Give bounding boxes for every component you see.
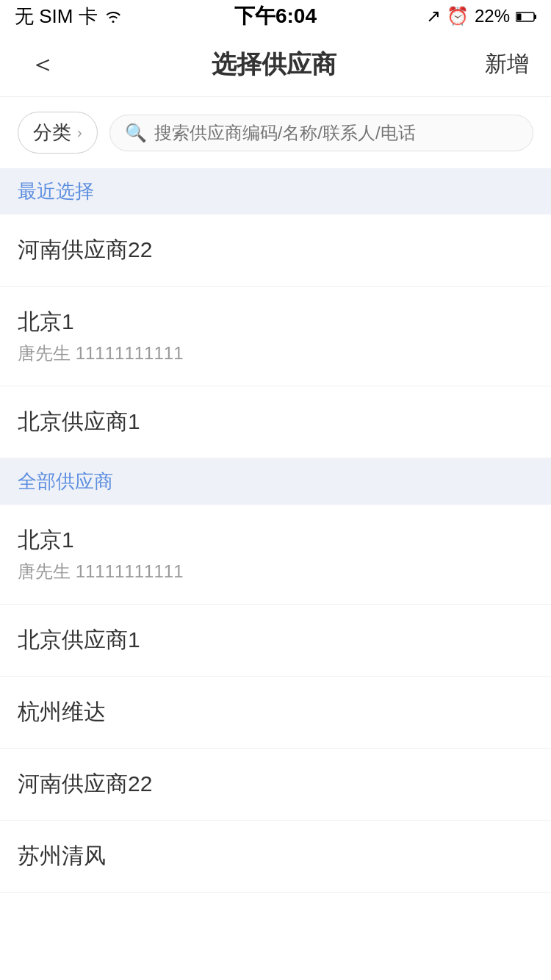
list-item[interactable]: 北京1 唐先生 11111111111	[0, 287, 551, 386]
category-label: 分类	[33, 120, 71, 145]
status-time: 下午6:04	[234, 2, 317, 30]
back-button[interactable]: ＜	[22, 39, 63, 90]
item-name: 河南供应商22	[18, 769, 533, 799]
list-item[interactable]: 北京供应商1	[0, 605, 551, 677]
status-left: 无 SIM 卡	[15, 4, 121, 29]
chevron-right-icon: ›	[77, 124, 82, 141]
svg-rect-1	[534, 15, 536, 19]
search-box[interactable]: 🔍	[109, 115, 533, 151]
item-name: 北京1	[18, 307, 533, 337]
filter-row: 分类 › 🔍	[0, 97, 551, 168]
item-name: 苏州清风	[18, 841, 533, 871]
recent-items-list: 河南供应商22 北京1 唐先生 11111111111 北京供应商1	[0, 215, 551, 458]
list-item[interactable]: 北京供应商1	[0, 386, 551, 458]
item-name: 北京供应商1	[18, 407, 533, 437]
status-right: ↗ ⏰ 22%	[426, 6, 536, 26]
item-name: 北京1	[18, 525, 533, 555]
list-item[interactable]: 河南供应商22	[0, 215, 551, 287]
location-icon: ↗	[426, 6, 441, 26]
recent-section-header: 最近选择	[0, 168, 551, 215]
svg-rect-2	[517, 14, 522, 21]
list-item[interactable]: 杭州维达	[0, 677, 551, 749]
item-sub: 唐先生 11111111111	[18, 560, 533, 583]
status-bar: 无 SIM 卡 下午6:04 ↗ ⏰ 22%	[0, 0, 551, 32]
nav-bar: ＜ 选择供应商 新增	[0, 32, 551, 97]
alarm-icon: ⏰	[447, 6, 469, 26]
item-name: 河南供应商22	[18, 235, 533, 265]
all-items-list: 北京1 唐先生 11111111111 北京供应商1 杭州维达 河南供应商22 …	[0, 505, 551, 893]
battery-text: 22%	[475, 6, 510, 26]
all-section-header: 全部供应商	[0, 458, 551, 505]
wifi-icon	[105, 5, 121, 28]
new-button[interactable]: 新增	[485, 49, 529, 79]
list-item[interactable]: 河南供应商22	[0, 749, 551, 821]
item-name: 北京供应商1	[18, 625, 533, 655]
no-sim-text: 无 SIM 卡	[15, 4, 98, 29]
recent-section-label: 最近选择	[18, 180, 94, 202]
item-name: 杭州维达	[18, 697, 533, 727]
battery-icon	[516, 6, 536, 26]
search-input[interactable]	[154, 123, 518, 143]
item-sub: 唐先生 11111111111	[18, 342, 533, 365]
search-icon: 🔍	[125, 123, 147, 143]
page-title: 选择供应商	[212, 48, 336, 82]
all-section-label: 全部供应商	[18, 470, 113, 492]
list-item[interactable]: 北京1 唐先生 11111111111	[0, 505, 551, 605]
list-item[interactable]: 苏州清风	[0, 821, 551, 893]
category-button[interactable]: 分类 ›	[18, 112, 98, 154]
